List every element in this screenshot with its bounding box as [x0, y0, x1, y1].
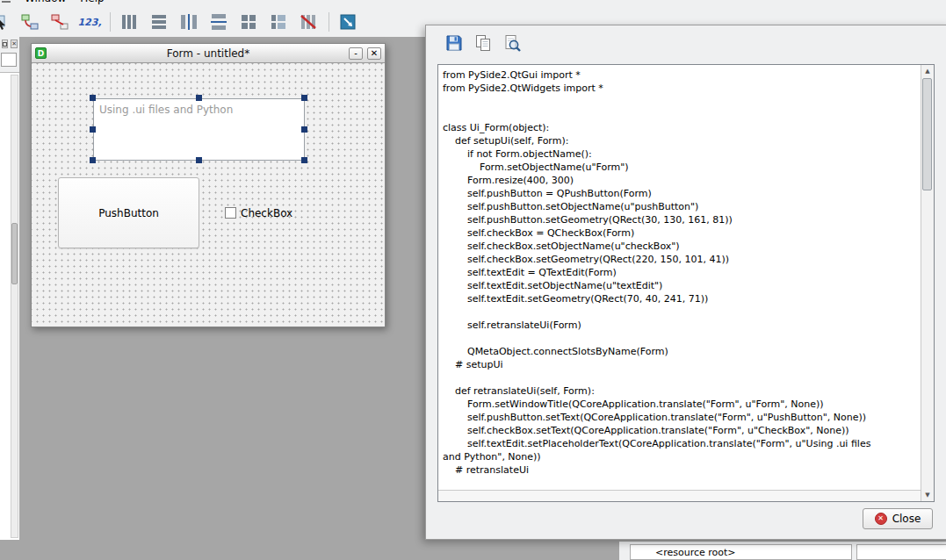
dock-close-button[interactable]: ✕	[11, 39, 18, 48]
vbars-glyph	[149, 12, 169, 32]
resource-tree[interactable]: <resource root>	[630, 544, 852, 560]
toolbar-separator	[329, 12, 329, 32]
menubar: Window Help	[0, 0, 946, 7]
copy-pages-glyph	[473, 33, 493, 53]
designer-form-icon: D	[35, 47, 47, 59]
widget-box-list[interactable]	[0, 72, 19, 540]
hsplit-glyph	[179, 12, 199, 32]
resource-browser-dock: <resource root>	[619, 542, 946, 560]
widget-box-dock: ✕	[0, 37, 19, 540]
scrollbar-thumb[interactable]	[11, 223, 18, 284]
floppy-glyph	[444, 33, 464, 53]
vertical-scrollbar[interactable]: ▲ ▼	[921, 65, 934, 501]
layout-horizontal-icon[interactable]	[118, 11, 141, 33]
hbars-glyph	[119, 12, 139, 32]
minimize-button[interactable]: -	[349, 47, 363, 60]
generated-python-code[interactable]: from PySide2.QtGui import * from PySide2…	[438, 65, 921, 490]
form-window-title: Form - untitled*	[32, 47, 385, 60]
scroll-down-icon[interactable]: ▼	[921, 489, 934, 501]
selection-handle-bottom-left[interactable]	[90, 157, 96, 163]
break-layout-glyph	[299, 12, 318, 32]
scroll-up-icon[interactable]: ▲	[921, 65, 934, 77]
selection-handle-middle-left[interactable]	[90, 126, 96, 133]
selection-handle-top-left[interactable]	[90, 95, 96, 101]
menu-item-help[interactable]: Help	[80, 0, 104, 4]
layout-horizontal-splitter-icon[interactable]	[177, 11, 200, 33]
pushbutton-widget[interactable]: PushButton	[58, 177, 199, 248]
widget-filter-input[interactable]	[1, 53, 17, 67]
close-button[interactable]: ✕	[367, 47, 381, 60]
tab-order-glyph: 123,	[77, 17, 101, 28]
selection-handle-bottom-right[interactable]	[301, 157, 307, 163]
float-icon	[3, 42, 7, 47]
find-icon[interactable]	[502, 32, 523, 54]
checkbox-label: CheckBox	[241, 207, 292, 219]
copy-icon[interactable]	[473, 32, 494, 54]
widget-box-scrollbar[interactable]	[11, 75, 18, 538]
layout-form-icon[interactable]	[267, 11, 290, 33]
vsplit-glyph	[209, 12, 228, 32]
form-window-titlebar[interactable]: D Form - untitled* - ✕	[32, 44, 385, 63]
edit-widgets-icon[interactable]	[0, 11, 11, 33]
cursor-widget-glyph	[0, 12, 10, 32]
selection-handle-top-middle[interactable]	[196, 95, 202, 101]
resource-side-panel[interactable]	[856, 544, 946, 560]
code-preview-dialog: from PySide2.QtGui import * from PySide2…	[425, 25, 946, 540]
toolbar-separator	[110, 12, 111, 32]
checkbox-box[interactable]	[225, 207, 236, 219]
dock-float-button[interactable]	[2, 39, 8, 48]
magnifier-page-glyph	[502, 33, 522, 53]
signals-slots-glyph	[20, 12, 40, 32]
qt-designer-screen: { "colors": { "mdi_background": "#a6a6a6…	[0, 0, 946, 560]
edit-tab-order-icon[interactable]: 123,	[78, 11, 101, 33]
buddies-glyph	[50, 12, 69, 32]
designer-form-window: D Form - untitled* - ✕ Using .ui files a…	[31, 43, 386, 327]
layout-vertical-icon[interactable]	[148, 11, 170, 33]
layout-grid-icon[interactable]	[237, 11, 260, 33]
pushbutton-label: PushButton	[98, 207, 159, 219]
save-icon[interactable]	[444, 32, 465, 54]
selection-handle-top-right[interactable]	[301, 95, 307, 101]
code-dialog-toolbar	[426, 25, 946, 54]
menu-item-window[interactable]: Window	[25, 0, 66, 4]
textedit-widget[interactable]: Using .ui files and Python	[93, 98, 305, 161]
resource-root-item[interactable]: <resource root>	[655, 547, 736, 558]
horizontal-scrollbar[interactable]	[438, 490, 921, 501]
scrollbar-thumb[interactable]	[922, 78, 932, 190]
checkbox-widget[interactable]: CheckBox	[225, 195, 314, 231]
dialog-close-button[interactable]: ✕ Close	[863, 508, 933, 529]
break-layout-icon[interactable]	[297, 11, 320, 33]
code-view[interactable]: from PySide2.QtGui import * from PySide2…	[437, 64, 935, 502]
selection-handle-middle-right[interactable]	[301, 126, 307, 133]
edit-signals-slots-icon[interactable]	[18, 11, 41, 33]
adjust-size-icon[interactable]	[336, 11, 359, 33]
adjust-size-glyph	[338, 12, 357, 32]
close-button-label: Close	[892, 513, 921, 525]
form-layout-glyph	[269, 12, 288, 32]
edit-buddies-icon[interactable]	[48, 11, 71, 33]
close-circle-icon: ✕	[875, 513, 887, 525]
menu-grip-icon	[2, 0, 11, 4]
selection-handle-bottom-middle[interactable]	[196, 157, 202, 163]
form-canvas[interactable]: Using .ui files and Python PushButton Ch…	[32, 63, 385, 327]
layout-vertical-splitter-icon[interactable]	[207, 11, 230, 33]
grid-glyph	[239, 12, 258, 32]
